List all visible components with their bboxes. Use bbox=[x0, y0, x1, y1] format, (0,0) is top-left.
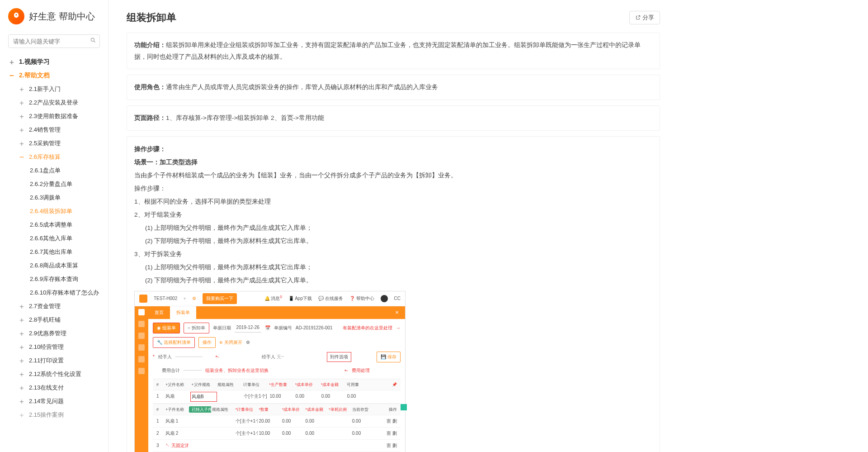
nav-label: 2.14常见问题 bbox=[29, 397, 64, 405]
td: 0.00 bbox=[281, 429, 305, 438]
nav-label: 2.6.2分量盘点单 bbox=[30, 180, 72, 188]
nav-item-2-8[interactable]: 2.8手机旺铺 bbox=[0, 313, 108, 327]
ss-annotation-3: 费用处理 bbox=[352, 366, 370, 375]
ss-op-button: 操作 bbox=[198, 337, 216, 348]
search-icon[interactable] bbox=[90, 37, 96, 45]
nav-label: 2.6.10库存账本错了怎么办 bbox=[30, 289, 99, 297]
nav-item-2-14[interactable]: 2.14常见问题 bbox=[0, 395, 108, 408]
ss-side-icon bbox=[138, 309, 145, 315]
td: 10.00 bbox=[269, 392, 294, 402]
nav-label: 2.6.9库存账本查询 bbox=[30, 275, 78, 283]
plus-icon bbox=[18, 316, 25, 324]
nav-item-2-9[interactable]: 2.9优惠券管理 bbox=[0, 327, 108, 340]
ss-config-button: 🔧 选择配料清单 bbox=[153, 337, 195, 348]
nav-label: 2.15操作案例 bbox=[29, 411, 64, 419]
ss-help: 帮助中心 bbox=[356, 296, 374, 301]
nav-item-2-6-5[interactable]: 2.6.5成本调整单 bbox=[0, 218, 108, 232]
nav-item-2-6-7[interactable]: 2.6.7其他出库单 bbox=[0, 245, 108, 259]
nav-item-2-5[interactable]: 2.5采购管理 bbox=[0, 137, 108, 150]
card-path: 页面路径：1、库存核算->库存管理->组装拆卸单 2、首页->常用功能 bbox=[127, 105, 660, 131]
ss-save-button: 💾 保存 bbox=[377, 352, 401, 362]
ss-user: CC bbox=[394, 294, 401, 303]
nav-item-2-10[interactable]: 2.10经营管理 bbox=[0, 340, 108, 354]
steps-section: 操作步骤： 场景一：加工类型选择 当由多个子件材料组装成一个成品的业务为【组装】… bbox=[127, 136, 660, 452]
ss-svc: 在线服务 bbox=[325, 296, 343, 301]
th: 成本金额 bbox=[322, 382, 339, 387]
nav-item-docs[interactable]: 2.帮助文档 2.1新手入门 2.2产品安装及登录 2.3使用前数据准备 2.4… bbox=[0, 69, 108, 422]
ss-side-icon bbox=[138, 333, 145, 339]
plus-icon bbox=[18, 303, 25, 310]
share-button[interactable]: 分享 bbox=[629, 11, 660, 24]
th: # bbox=[156, 381, 165, 389]
td: 0.00 bbox=[346, 392, 372, 402]
ss-child-table: # +子件名称 已转入子件 规格属性 *计量单位 *数量 *成本单价 *成本金额… bbox=[153, 404, 401, 452]
nav-item-2-12[interactable]: 2.12系统个性化设置 bbox=[0, 367, 108, 381]
search-box bbox=[8, 34, 100, 48]
nav-label: 2.6.3调拨单 bbox=[30, 194, 61, 202]
nav-item-2-6-3[interactable]: 2.6.3调拨单 bbox=[0, 191, 108, 205]
brand-logo-icon bbox=[8, 8, 24, 24]
nav-label: 2.6.7其他出库单 bbox=[30, 248, 72, 256]
nav-label: 2.1新手入门 bbox=[29, 85, 61, 93]
steps-heading: 操作步骤： bbox=[134, 143, 652, 155]
nav-item-2-3[interactable]: 2.3使用前数据准备 bbox=[0, 109, 108, 123]
th: 计量单位 bbox=[237, 407, 253, 412]
scenario-title: 场景一：加工类型选择 bbox=[134, 156, 652, 168]
ss-annotation-4: 无固定清单的直接在这里录入 bbox=[171, 443, 188, 448]
nav-label: 2.13在线支付 bbox=[29, 384, 64, 392]
search-input[interactable] bbox=[8, 34, 100, 48]
nav-item-2-6-6[interactable]: 2.6.6其他入库单 bbox=[0, 232, 108, 245]
ss-radio-disassemble: ○ 拆卸单 bbox=[184, 323, 209, 333]
nav-item-video[interactable]: 1.视频学习 bbox=[0, 55, 108, 69]
nav-item-2-6-4[interactable]: 2.6.4组装拆卸单 bbox=[0, 205, 108, 218]
plus-icon bbox=[8, 58, 15, 66]
nav-item-2-6[interactable]: 2.6库存核算 2.6.1盘点单 2.6.2分量盘点单 2.6.3调拨单 2.6… bbox=[0, 150, 108, 300]
nav-item-2-13[interactable]: 2.13在线支付 bbox=[0, 381, 108, 395]
td: 亩 删 bbox=[374, 417, 398, 426]
ss-msg: 消息 bbox=[271, 296, 280, 301]
plus-icon bbox=[18, 99, 25, 106]
th: 成本单价 bbox=[283, 407, 300, 412]
th: 可用量 bbox=[346, 381, 372, 389]
td: 0.00 bbox=[295, 392, 321, 402]
nav-item-2-2[interactable]: 2.2产品安装及登录 bbox=[0, 96, 108, 109]
nav-label: 1.视频学习 bbox=[19, 58, 50, 66]
nav-item-2-6-9[interactable]: 2.6.9库存账本查询 bbox=[0, 272, 108, 286]
brand: 好生意 帮助中心 bbox=[0, 8, 108, 31]
nav-item-2-11[interactable]: 2.11打印设置 bbox=[0, 354, 108, 367]
step-3: 3、对于拆装业务 bbox=[134, 248, 652, 260]
nav-item-2-4[interactable]: 2.4销售管理 bbox=[0, 123, 108, 137]
ss-docno: AD-20191226-001 bbox=[296, 324, 333, 333]
svg-line-1 bbox=[94, 41, 95, 43]
nav-item-2-6-10[interactable]: 2.6.10库存账本错了怎么办 bbox=[0, 286, 108, 300]
th: 成本单价 bbox=[297, 382, 313, 387]
td: 个[主个+1个] bbox=[235, 429, 258, 438]
nav-item-2-6-1[interactable]: 2.6.1盘点单 bbox=[0, 164, 108, 177]
sidebar: 好生意 帮助中心 1.视频学习 2.帮助文档 2.1新手入门 2.2产品安装及登… bbox=[0, 0, 108, 452]
nav-item-2-15[interactable]: 2.15操作案例 bbox=[0, 408, 108, 422]
plus-icon bbox=[18, 140, 25, 147]
ss-remark: 到件选项 bbox=[327, 352, 351, 362]
ss-side-icon bbox=[138, 344, 145, 351]
embedded-screenshot: TEST-H002 ▾ ⚙ 我要购买一下 🔔 消息0 📱 App下载 💬 在线服… bbox=[134, 291, 406, 452]
step-3b: (2) 下部明细为子件明细，最终作为产成品生成其它入库单。 bbox=[134, 274, 652, 286]
ss-app: App下载 bbox=[295, 296, 312, 301]
plus-icon bbox=[18, 357, 25, 364]
ss-hand-label2: 经手人 bbox=[262, 354, 275, 359]
nav-item-2-6-8[interactable]: 2.6.8商品成本重算 bbox=[0, 259, 108, 272]
ss-radio-assemble: ◉ 组装单 bbox=[153, 323, 180, 333]
page-title: 组装拆卸单 bbox=[127, 11, 176, 24]
td: 风扇B bbox=[190, 392, 217, 402]
th-badge: 已转入子件 bbox=[189, 406, 212, 413]
ss-side-icon bbox=[138, 356, 145, 362]
plus-icon bbox=[18, 86, 25, 93]
nav-item-2-1[interactable]: 2.1新手入门 bbox=[0, 82, 108, 96]
nav-item-2-7[interactable]: 2.7资金管理 bbox=[0, 300, 108, 313]
td: 0.00 bbox=[305, 429, 328, 438]
td: 亩 删 bbox=[374, 429, 398, 438]
ss-expand-icon bbox=[401, 404, 407, 410]
steps-sub: 操作步骤： bbox=[134, 182, 652, 195]
nav-label: 2.5采购管理 bbox=[29, 139, 61, 147]
nav-item-2-6-2[interactable]: 2.6.2分量盘点单 bbox=[0, 177, 108, 191]
ss-side-icon bbox=[138, 368, 145, 374]
